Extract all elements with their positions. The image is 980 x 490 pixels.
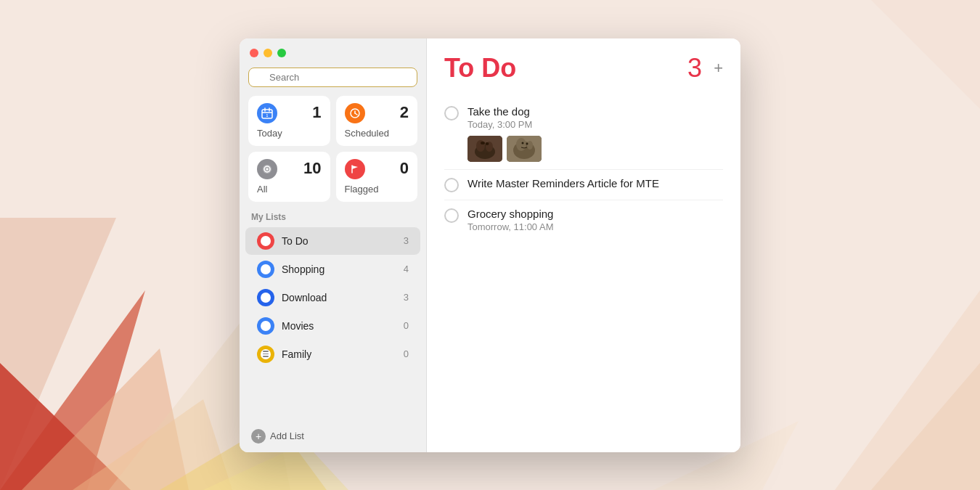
svg-point-34 (522, 142, 524, 144)
svg-marker-6 (835, 290, 980, 490)
task-checkbox-3[interactable] (444, 208, 459, 223)
add-list-button[interactable]: + Add List (240, 420, 426, 452)
svg-point-33 (527, 141, 533, 150)
list-count-shopping: 4 (404, 264, 409, 274)
minimize-button[interactable] (264, 49, 272, 57)
main-title: To Do (444, 53, 516, 83)
search-bar: 🔍 (248, 68, 417, 87)
main-content: To Do 3 + Take the dog Today, 3:00 PM (427, 38, 740, 452)
task-title-1: Take the dog (467, 105, 723, 118)
flagged-label: Flagged (345, 184, 409, 195)
svg-marker-7 (871, 363, 980, 490)
today-label: Today (257, 128, 322, 139)
list-name-shopping: Shopping (282, 264, 404, 275)
list-count-movies: 0 (404, 320, 409, 331)
svg-marker-4 (73, 399, 232, 490)
list-item-todo[interactable]: To Do 3 (245, 227, 420, 255)
smart-card-flagged[interactable]: 0 Flagged (336, 152, 418, 202)
list-item-shopping[interactable]: Shopping 4 (245, 256, 420, 283)
task-body-2: Write Master Reminders Article for MTE (467, 177, 723, 191)
svg-marker-2 (0, 363, 131, 490)
list-item-family[interactable]: Family 0 (245, 340, 420, 368)
smart-card-scheduled[interactable]: 2 Scheduled (336, 96, 418, 146)
task-image-dog2 (507, 136, 542, 162)
svg-text:1: 1 (266, 113, 269, 118)
list-bullet-download (257, 289, 274, 306)
smart-card-today[interactable]: 1 1 Today (248, 96, 330, 146)
close-button[interactable] (250, 49, 258, 57)
list-name-download: Download (282, 292, 404, 303)
svg-marker-9 (871, 0, 980, 109)
maximize-button[interactable] (277, 49, 286, 57)
add-list-label: Add List (270, 430, 304, 441)
scheduled-count: 2 (400, 103, 409, 122)
list-count-todo: 3 (404, 235, 409, 246)
list-count-download: 3 (404, 292, 409, 303)
task-body-1: Take the dog Today, 3:00 PM (467, 105, 723, 162)
task-title-3: Grocery shopping (467, 208, 723, 220)
my-lists-heading: My Lists (240, 212, 426, 226)
calendar-icon: 1 (257, 103, 277, 123)
svg-line-19 (355, 113, 357, 115)
smart-card-all[interactable]: 10 All (248, 152, 330, 202)
sidebar: 🔍 1 1 (240, 38, 427, 452)
task-checkbox-2[interactable] (444, 178, 459, 192)
add-task-button[interactable]: + (714, 60, 723, 76)
all-label: All (257, 184, 322, 195)
all-count: 10 (303, 159, 321, 178)
flagged-count: 0 (400, 159, 409, 178)
svg-marker-3 (22, 348, 189, 490)
titlebar (240, 38, 426, 68)
my-lists-section: My Lists To Do 3 (240, 212, 426, 420)
task-item-write-article: Write Master Reminders Article for MTE (444, 170, 723, 200)
svg-marker-1 (0, 290, 145, 490)
list-bullet-family (257, 346, 274, 363)
svg-point-28 (481, 142, 485, 144)
task-checkbox-1[interactable] (444, 106, 459, 121)
list-name-movies: Movies (282, 320, 404, 332)
main-header: To Do 3 + (444, 53, 723, 83)
search-input[interactable] (248, 68, 417, 87)
inbox-icon (257, 159, 277, 179)
svg-marker-0 (0, 218, 116, 490)
task-image-dog1 (467, 136, 502, 162)
list-name-family: Family (282, 348, 404, 360)
list-name-todo: To Do (282, 235, 404, 247)
scheduled-label: Scheduled (345, 128, 409, 139)
list-bullet-movies (257, 317, 274, 335)
task-images-1 (467, 136, 723, 162)
task-title-2: Write Master Reminders Article for MTE (467, 177, 723, 189)
clock-icon (345, 103, 365, 123)
list-item-download[interactable]: Download 3 (245, 284, 420, 311)
svg-point-22 (266, 168, 269, 170)
task-item-take-dog: Take the dog Today, 3:00 PM (444, 98, 723, 170)
list-item-movies[interactable]: Movies 0 (245, 312, 420, 340)
list-count-family: 0 (404, 348, 409, 359)
list-bullet-shopping (257, 261, 274, 278)
svg-point-29 (486, 142, 489, 145)
task-subtitle-3: Tomorrow, 11:00 AM (467, 221, 723, 232)
svg-point-35 (526, 142, 528, 144)
task-body-3: Grocery shopping Tomorrow, 11:00 AM (467, 208, 723, 238)
smart-groups-grid: 1 1 Today 2 (248, 96, 417, 202)
main-task-count: 3 (687, 53, 702, 83)
task-list: Take the dog Today, 3:00 PM (444, 98, 723, 438)
list-bullet-todo (257, 232, 274, 250)
app-window: 🔍 1 1 (240, 38, 740, 452)
task-subtitle-1: Today, 3:00 PM (467, 119, 723, 130)
task-item-grocery: Grocery shopping Tomorrow, 11:00 AM (444, 200, 723, 245)
today-count: 1 (312, 103, 321, 122)
search-wrapper: 🔍 (248, 68, 417, 87)
add-icon: + (251, 429, 266, 444)
flag-icon (345, 159, 365, 179)
svg-point-32 (516, 138, 526, 151)
